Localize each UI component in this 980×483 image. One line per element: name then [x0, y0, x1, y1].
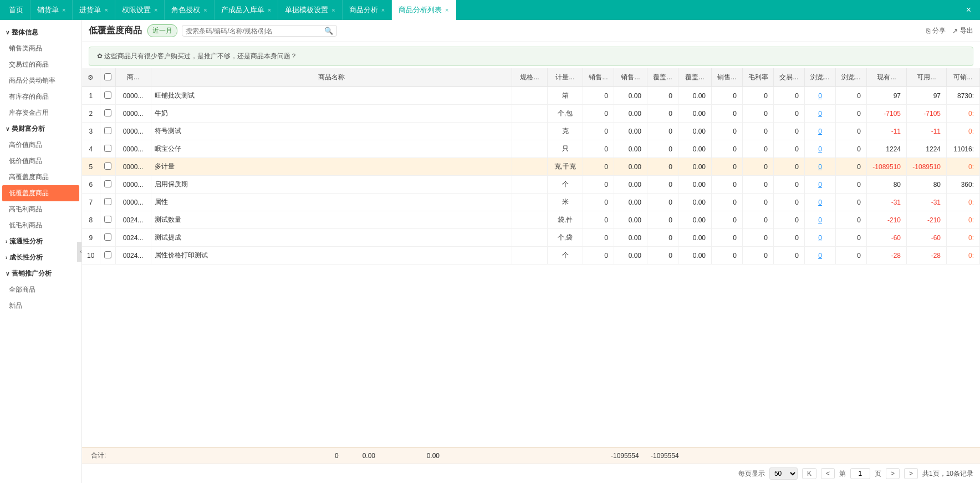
view-link[interactable]: 0: [818, 181, 822, 189]
sidebar-item-category-rate[interactable]: 商品分类动销率: [0, 73, 81, 89]
export-button[interactable]: ↗ 导出: [952, 26, 973, 35]
cell-view1[interactable]: 0: [805, 123, 836, 140]
th-sales-cnt[interactable]: 销售...: [712, 68, 743, 87]
th-name[interactable]: 商品名称: [151, 68, 512, 87]
cell-view1[interactable]: 0: [805, 105, 836, 123]
nav-tab-product-in[interactable]: 产成品入库单 ×: [215, 0, 278, 20]
row-checkbox[interactable]: [104, 127, 111, 134]
nav-tab-permission[interactable]: 权限设置 ×: [115, 0, 165, 20]
cell-view1[interactable]: 0: [805, 211, 836, 229]
window-close-button[interactable]: ×: [959, 5, 978, 15]
row-checkbox[interactable]: [104, 180, 111, 187]
first-page-button[interactable]: K: [802, 468, 816, 479]
select-all-checkbox[interactable]: [104, 73, 111, 80]
cell-checkbox[interactable]: [100, 105, 115, 123]
sidebar-section-wealth[interactable]: ∨ 类财富分析: [0, 121, 81, 137]
th-current-stock[interactable]: 现有...: [867, 68, 907, 87]
sidebar-item-low-margin[interactable]: 低毛利商品: [0, 217, 81, 233]
cell-view1[interactable]: 0: [805, 140, 836, 158]
nav-tab-purchase[interactable]: 进货单 ×: [73, 0, 115, 20]
row-checkbox[interactable]: [104, 145, 111, 152]
cell-checkbox[interactable]: [100, 123, 115, 140]
cell-checkbox[interactable]: [100, 87, 115, 105]
th-view2[interactable]: 浏览...: [836, 68, 867, 87]
th-checkbox[interactable]: [100, 68, 115, 87]
view-link[interactable]: 0: [818, 216, 822, 224]
close-icon[interactable]: ×: [62, 7, 65, 13]
th-available-stock[interactable]: 可用...: [907, 68, 947, 87]
sidebar-section-circulation[interactable]: › 流通性分析: [0, 233, 81, 250]
th-cover1[interactable]: 覆盖...: [647, 68, 678, 87]
prev-page-button[interactable]: <: [821, 468, 835, 479]
sidebar-item-low-value[interactable]: 低价值商品: [0, 153, 81, 169]
row-checkbox[interactable]: [104, 109, 111, 116]
close-icon[interactable]: ×: [104, 7, 108, 13]
close-icon[interactable]: ×: [154, 7, 157, 13]
th-saleable[interactable]: 可销...: [947, 68, 980, 87]
nav-tab-role[interactable]: 角色授权 ×: [165, 0, 214, 20]
row-checkbox[interactable]: [104, 198, 111, 205]
search-input[interactable]: [186, 27, 324, 35]
sidebar-item-low-coverage[interactable]: 低覆盖度商品: [2, 185, 79, 201]
sidebar-item-traded-goods[interactable]: 交易过的商品: [0, 57, 81, 73]
close-icon[interactable]: ×: [381, 7, 385, 13]
view-link[interactable]: 0: [818, 92, 822, 100]
close-icon[interactable]: ×: [331, 7, 335, 13]
cell-checkbox[interactable]: [100, 194, 115, 211]
next-page-button[interactable]: >: [886, 468, 900, 479]
sidebar-item-all-goods[interactable]: 全部商品: [0, 282, 81, 298]
sidebar-collapse-button[interactable]: «: [77, 242, 82, 262]
cell-checkbox[interactable]: [100, 158, 115, 176]
view-link[interactable]: 0: [818, 163, 822, 171]
view-link[interactable]: 0: [818, 145, 822, 153]
sidebar-item-high-coverage[interactable]: 高覆盖度商品: [0, 169, 81, 185]
cell-checkbox[interactable]: [100, 247, 115, 265]
page-number-input[interactable]: [850, 468, 870, 479]
row-checkbox[interactable]: [104, 91, 111, 99]
sidebar-section-growth[interactable]: › 成长性分析: [0, 250, 81, 266]
filter-recent-month-button[interactable]: 近一月: [147, 24, 177, 37]
cell-view1[interactable]: 0: [805, 87, 836, 105]
sidebar-item-high-value[interactable]: 高价值商品: [0, 137, 81, 153]
sidebar-item-high-margin[interactable]: 高毛利商品: [0, 201, 81, 217]
cell-checkbox[interactable]: [100, 176, 115, 194]
close-icon[interactable]: ×: [445, 7, 448, 13]
page-size-select[interactable]: 10 20 50 100: [769, 467, 798, 480]
th-cover2[interactable]: 覆盖...: [678, 68, 712, 87]
th-view1[interactable]: 浏览...: [805, 68, 836, 87]
view-link[interactable]: 0: [818, 128, 822, 135]
view-link[interactable]: 0: [818, 234, 822, 242]
cell-checkbox[interactable]: [100, 229, 115, 247]
share-button[interactable]: ⎘ 分享: [926, 26, 946, 35]
th-unit[interactable]: 计量...: [548, 68, 583, 87]
th-sales-amt[interactable]: 销售...: [614, 68, 647, 87]
th-trans[interactable]: 交易...: [774, 68, 805, 87]
view-link[interactable]: 0: [818, 199, 822, 206]
sidebar-item-new-goods[interactable]: 新品: [0, 298, 81, 314]
nav-tab-analysis-list[interactable]: 商品分析列表 ×: [392, 0, 456, 20]
cell-view1[interactable]: 0: [805, 158, 836, 176]
th-sales-qty[interactable]: 销售...: [583, 68, 614, 87]
cell-view1[interactable]: 0: [805, 194, 836, 211]
nav-tab-sales[interactable]: 销货单 ×: [30, 0, 73, 20]
sidebar-item-stock-goods[interactable]: 有库存的商品: [0, 89, 81, 105]
last-page-button[interactable]: >: [904, 468, 918, 479]
close-icon[interactable]: ×: [268, 7, 271, 13]
row-checkbox[interactable]: [104, 216, 111, 223]
nav-tab-home[interactable]: 首页: [2, 0, 30, 20]
row-checkbox[interactable]: [104, 233, 111, 241]
th-code[interactable]: 商...: [115, 68, 151, 87]
row-checkbox[interactable]: [104, 162, 111, 170]
sidebar-item-sales-goods[interactable]: 销售类商品: [0, 40, 81, 57]
cell-checkbox[interactable]: [100, 211, 115, 229]
cell-view1[interactable]: 0: [805, 229, 836, 247]
row-checkbox[interactable]: [104, 251, 111, 258]
sidebar-item-stock-capital[interactable]: 库存资金占用: [0, 105, 81, 121]
close-icon[interactable]: ×: [203, 7, 207, 13]
sidebar-section-marketing[interactable]: ∨ 营销推广分析: [0, 266, 81, 282]
view-link[interactable]: 0: [818, 252, 822, 260]
sidebar-section-overview[interactable]: ∨ 整体信息: [0, 24, 81, 40]
nav-tab-analysis[interactable]: 商品分析 ×: [343, 0, 392, 20]
th-spec[interactable]: 规格...: [512, 68, 548, 87]
th-settings[interactable]: ⚙: [82, 68, 100, 87]
